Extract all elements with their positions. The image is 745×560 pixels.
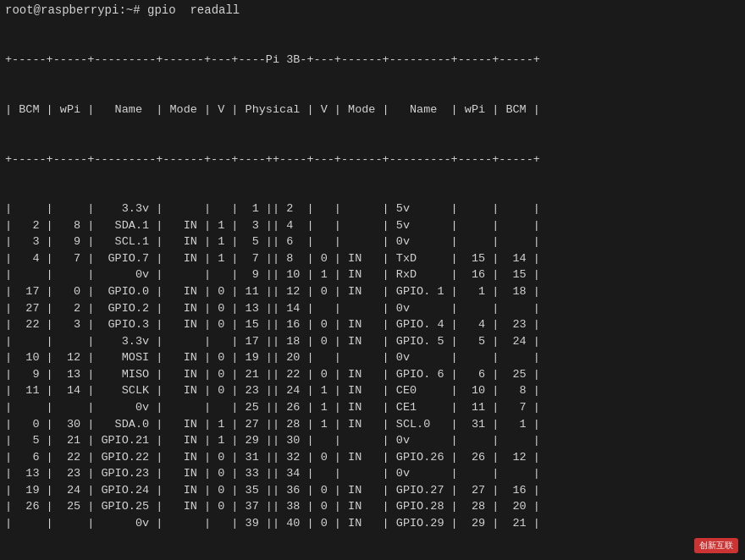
table-row: | | | 3.3v | | | 17 || 18 | 0 | IN | GPI… [5,333,740,350]
prompt-line: root@raspberrypi:~# gpio readall [5,3,740,17]
table-row: | 11 | 14 | SCLK | IN | 0 | 23 || 24 | 1… [5,382,740,399]
separator-top: +-----+-----+---------+------+---+----Pi… [5,52,740,69]
table-row: | | | 0v | | | 25 || 26 | 1 | IN | CE1 |… [5,399,740,416]
table-row: | 9 | 13 | MISO | IN | 0 | 21 || 22 | 0 … [5,366,740,383]
table-row: | 3 | 9 | SCL.1 | IN | 1 | 5 || 6 | | | … [5,233,740,250]
table-row: | | | 3.3v | | | 1 || 2 | | | 5v | | | [5,200,740,217]
table-row: | 13 | 23 | GPIO.23 | IN | 0 | 33 || 34 … [5,465,740,482]
table-row: | 6 | 22 | GPIO.22 | IN | 0 | 31 || 32 |… [5,449,740,466]
table-row: | 17 | 0 | GPIO.0 | IN | 0 | 11 || 12 | … [5,283,740,300]
table-row: | | | 0v | | | 9 || 10 | 1 | IN | RxD | … [5,266,740,283]
table-container: +-----+-----+---------+------+---+----Pi… [5,19,740,560]
watermark: 创新互联 [694,538,738,553]
table-row: | 10 | 12 | MOSI | IN | 0 | 19 || 20 | |… [5,349,740,366]
table-row: | 5 | 21 | GPIO.21 | IN | 1 | 29 || 30 |… [5,432,740,449]
table-row: | | | 0v | | | 39 || 40 | 0 | IN | GPIO.… [5,515,740,532]
separator-mid: +-----+-----+---------+------+---+----++… [5,151,740,168]
table-row: | 0 | 30 | SDA.0 | IN | 1 | 27 || 28 | 1… [5,416,740,433]
table-row: | 26 | 25 | GPIO.25 | IN | 0 | 37 || 38 … [5,498,740,515]
table-row: | 4 | 7 | GPIO.7 | IN | 1 | 7 || 8 | 0 |… [5,250,740,267]
header-row: | BCM | wPi | Name | Mode | V | Physical… [5,102,740,118]
table-row: | 22 | 3 | GPIO.3 | IN | 0 | 15 || 16 | … [5,316,740,333]
terminal: root@raspberrypi:~# gpio readall +-----+… [0,0,745,560]
table-row: | 19 | 24 | GPIO.24 | IN | 0 | 35 || 36 … [5,482,740,499]
table-row: | 27 | 2 | GPIO.2 | IN | 0 | 13 || 14 | … [5,300,740,317]
table-row: | 2 | 8 | SDA.1 | IN | 1 | 3 || 4 | | | … [5,217,740,234]
table-rows: | | | 3.3v | | | 1 || 2 | | | 5v | | || … [5,200,740,531]
